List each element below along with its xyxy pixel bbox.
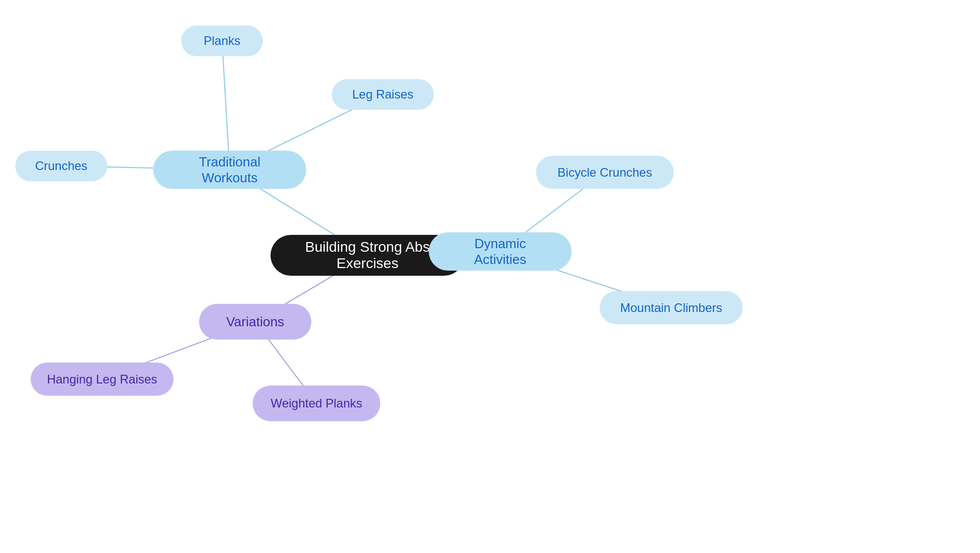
bicycle-crunches-node: Bicycle Crunches xyxy=(536,156,674,189)
hanging-leg-raises-node: Hanging Leg Raises xyxy=(31,363,174,396)
planks-node: Planks xyxy=(181,26,263,56)
leg-raises-node: Leg Raises xyxy=(332,79,434,110)
weighted-planks-node: Weighted Planks xyxy=(253,386,380,421)
traditional-workouts-node: Traditional Workouts xyxy=(153,151,306,189)
variations-node: Variations xyxy=(199,304,311,340)
dynamic-activities-node: Dynamic Activities xyxy=(429,232,572,271)
crunches-node: Crunches xyxy=(15,151,107,181)
mountain-climbers-node: Mountain Climbers xyxy=(600,291,743,324)
